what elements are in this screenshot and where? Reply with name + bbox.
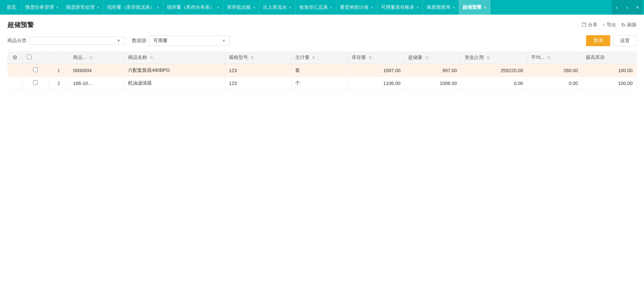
avg-sort-icon[interactable]: ⇅ bbox=[547, 56, 550, 60]
row-max-stock: 100.00 bbox=[582, 77, 637, 90]
table-header-row: ⚙ 商品... ⇅ 商品名称 ⇅ 规格型号 ⇅ bbox=[7, 51, 637, 64]
row-product-name: 机油滤清器 bbox=[124, 77, 225, 90]
nav-tab-3-label: 现存量（库存分布表） bbox=[167, 4, 215, 11]
nav-tab-8-close[interactable]: × bbox=[417, 5, 419, 10]
product-name-sort-icon[interactable]: ⇅ bbox=[150, 56, 153, 60]
settings-button[interactable]: 设置 bbox=[613, 35, 637, 46]
nav-next-button[interactable]: › bbox=[622, 0, 632, 15]
stock-sort-icon[interactable]: ⇅ bbox=[369, 56, 372, 60]
nav-tab-1[interactable]: 拣货异常处理 × bbox=[62, 0, 103, 15]
product-category-filter: 商品分类 ▼ bbox=[7, 37, 125, 45]
share-button[interactable]: ❐ 分享 bbox=[582, 22, 597, 28]
row-stock: 1106.00 bbox=[348, 77, 404, 90]
row-capital: 0.00 bbox=[461, 77, 527, 90]
filter-actions: 查询 设置 bbox=[586, 35, 637, 46]
nav-tab-7-label: 要货单统计表 bbox=[340, 4, 369, 11]
row-product-code: 186-10... bbox=[69, 77, 124, 90]
data-source-chevron-icon: ▼ bbox=[222, 38, 226, 43]
nav-tab-2[interactable]: 现存量（库存状况表） × bbox=[103, 0, 163, 15]
nav-tab-0-label: 拣货任务管理 bbox=[25, 4, 54, 11]
nav-tab-3-close[interactable]: × bbox=[217, 5, 219, 10]
share-label: 分享 bbox=[588, 22, 597, 28]
nav-tab-0-close[interactable]: × bbox=[56, 5, 58, 10]
product-category-select[interactable]: ▼ bbox=[29, 37, 125, 45]
col-product-name: 商品名称 ⇅ bbox=[124, 51, 225, 64]
product-code-sort-icon[interactable]: ⇅ bbox=[89, 56, 92, 60]
row-checkbox-1[interactable] bbox=[33, 80, 38, 85]
row-overstock: 997.00 bbox=[404, 64, 461, 77]
nav-tab-7-close[interactable]: × bbox=[371, 5, 373, 10]
col-gear: ⚙ bbox=[7, 51, 23, 64]
nav-tab-5-close[interactable]: × bbox=[289, 5, 291, 10]
col-max-stock: 最高库存 bbox=[582, 51, 637, 64]
row-checkbox-0[interactable] bbox=[33, 67, 38, 72]
nav-arrows: ‹ › × bbox=[612, 0, 643, 15]
header-actions: ❐ 分享 ↑ 导出 ↻ 刷新 bbox=[582, 22, 637, 28]
nav-tab-4-close[interactable]: × bbox=[253, 5, 255, 10]
filter-row: 商品分类 ▼ 数据源 可用量 ▼ 查询 设置 bbox=[7, 35, 637, 46]
share-icon: ❐ bbox=[582, 22, 586, 28]
export-icon: ↑ bbox=[603, 22, 605, 28]
unit-sort-icon[interactable]: ⇅ bbox=[312, 56, 315, 60]
refresh-icon: ↻ bbox=[621, 22, 626, 28]
spec-sort-icon[interactable]: ⇅ bbox=[251, 56, 254, 60]
data-source-value: 可用量 bbox=[153, 37, 168, 44]
refresh-button[interactable]: ↻ 刷新 bbox=[621, 22, 637, 28]
nav-tab-6-close[interactable]: × bbox=[330, 5, 332, 10]
row-checkbox-cell bbox=[23, 77, 48, 90]
nav-tab-5-label: 出入库流水 bbox=[263, 4, 287, 11]
nav-tab-9[interactable]: 保质期查询 × bbox=[423, 0, 459, 15]
select-all-checkbox[interactable] bbox=[27, 55, 32, 59]
export-button[interactable]: ↑ 导出 bbox=[603, 22, 616, 28]
nav-tab-4[interactable]: 库存批次账 × bbox=[223, 0, 259, 15]
nav-tab-10[interactable]: 超储预警 × bbox=[459, 0, 490, 15]
nav-tab-3[interactable]: 现存量（库存分布表） × bbox=[163, 0, 223, 15]
nav-tab-10-close[interactable]: × bbox=[484, 5, 486, 10]
row-checkbox-cell bbox=[23, 64, 48, 77]
nav-close-button[interactable]: × bbox=[632, 0, 643, 15]
table-row: 2 186-10... 机油滤清器 123 个 1106.00 1006.00 … bbox=[7, 77, 637, 90]
nav-tab-8-label: 可用量库存账本 bbox=[381, 4, 414, 11]
row-overstock: 1006.00 bbox=[404, 77, 461, 90]
nav-tab-7[interactable]: 要货单统计表 × bbox=[336, 0, 377, 15]
col-stock: 库存量 ⇅ bbox=[348, 51, 404, 64]
nav-tab-1-close[interactable]: × bbox=[97, 5, 99, 10]
col-spec: 规格型号 ⇅ bbox=[225, 51, 292, 64]
nav-tab-2-close[interactable]: × bbox=[157, 5, 159, 10]
nav-bar: 首页 拣货任务管理 × 拣货异常处理 × 现存量（库存状况表） × 现存量（库存… bbox=[0, 0, 644, 15]
refresh-label: 刷新 bbox=[627, 22, 637, 28]
row-capital: 259220.00 bbox=[461, 64, 527, 77]
data-source-select[interactable]: 可用量 ▼ bbox=[149, 36, 230, 46]
col-unit: 主计量 ⇅ bbox=[291, 51, 348, 64]
overstock-sort-icon[interactable]: ⇅ bbox=[425, 56, 428, 60]
data-source-filter: 数据源 可用量 ▼ bbox=[132, 36, 230, 46]
col-row-num bbox=[48, 51, 69, 64]
table-row: 1 0000004 六配套新昌490BPG 123 套 1097.00 997.… bbox=[7, 64, 637, 77]
row-avg: 0.00 bbox=[527, 77, 582, 90]
row-spec: 123 bbox=[225, 64, 292, 77]
row-gear-cell bbox=[7, 77, 23, 90]
product-category-chevron-icon: ▼ bbox=[117, 38, 121, 43]
nav-prev-button[interactable]: ‹ bbox=[612, 0, 622, 15]
nav-tab-4-label: 库存批次账 bbox=[227, 4, 251, 11]
product-category-label: 商品分类 bbox=[7, 37, 26, 44]
nav-tab-8[interactable]: 可用量库存账本 × bbox=[377, 0, 423, 15]
row-unit: 套 bbox=[291, 64, 348, 77]
page-title: 超储预警 bbox=[7, 21, 34, 29]
row-stock: 1097.00 bbox=[348, 64, 404, 77]
nav-home-label: 首页 bbox=[7, 4, 16, 11]
col-avg: 平均... ⇅ bbox=[527, 51, 582, 64]
capital-sort-icon[interactable]: ⇅ bbox=[487, 56, 490, 60]
col-product-code: 商品... ⇅ bbox=[69, 51, 124, 64]
nav-tab-6[interactable]: 收发存汇总表 × bbox=[296, 0, 336, 15]
page-content: 超储预警 ❐ 分享 ↑ 导出 ↻ 刷新 商品分类 ▼ 数据源 bbox=[0, 15, 644, 293]
query-button[interactable]: 查询 bbox=[586, 35, 610, 46]
nav-tab-5[interactable]: 出入库流水 × bbox=[259, 0, 295, 15]
gear-icon[interactable]: ⚙ bbox=[12, 54, 17, 60]
nav-tab-0[interactable]: 拣货任务管理 × bbox=[22, 0, 62, 15]
row-avg: 260.00 bbox=[527, 64, 582, 77]
nav-tab-9-close[interactable]: × bbox=[453, 5, 455, 10]
nav-home[interactable]: 首页 bbox=[1, 0, 22, 15]
col-capital: 资金占用 ⇅ bbox=[461, 51, 527, 64]
row-max-stock: 100.00 bbox=[582, 64, 637, 77]
